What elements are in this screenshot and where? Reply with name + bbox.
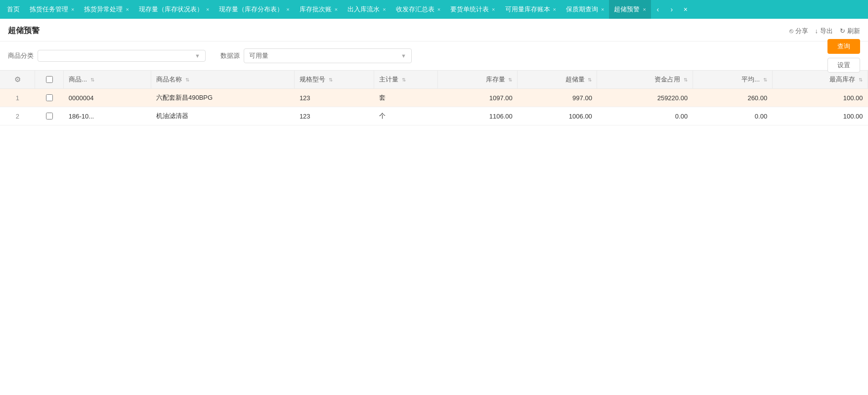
category-select[interactable]: ▼ [38, 50, 206, 62]
close-icon[interactable]: × [286, 6, 289, 12]
row-max: 100.00 [772, 89, 868, 107]
export-icon: ↓ [815, 27, 819, 35]
nav-item-summary[interactable]: 收发存汇总表 × [391, 0, 445, 19]
nav-item-overstock[interactable]: 超储预警 × [609, 0, 651, 19]
nav-item-task[interactable]: 拣货任务管理 × [25, 0, 79, 19]
sort-icon: ⇅ [763, 78, 767, 82]
row-code: 186-10... [64, 107, 151, 125]
page-header: 超储预警 ⎋ 分享 ↓ 导出 ↻ 刷新 [0, 19, 868, 41]
share-button[interactable]: ⎋ 分享 [789, 27, 808, 36]
row-name: 六配套新昌490BPG [151, 89, 295, 107]
refresh-icon: ↻ [840, 27, 845, 35]
close-icon[interactable]: × [206, 6, 209, 12]
th-spec[interactable]: 规格型号 ⇅ [295, 71, 374, 89]
row-avg: 260.00 [693, 89, 772, 107]
row-max: 100.00 [772, 107, 868, 125]
nav-item-home[interactable]: 首页 [2, 0, 25, 19]
page-title: 超储预警 [8, 26, 40, 36]
sort-icon: ⇅ [859, 78, 863, 82]
header-actions: ⎋ 分享 ↓ 导出 ↻ 刷新 [789, 27, 861, 36]
share-icon: ⎋ [789, 27, 793, 35]
row-spec: 123 [295, 107, 374, 125]
close-icon[interactable]: × [643, 6, 646, 12]
table-row: 2 186-10... 机油滤清器 123 个 1106.00 1006.00 … [0, 107, 868, 125]
nav-item-quality[interactable]: 保质期查询 × [561, 0, 609, 19]
close-icon[interactable]: × [71, 6, 74, 12]
top-navigation: 首页 拣货任务管理 × 拣货异常处理 × 现存量（库存状况表） × 现存量（库存… [0, 0, 868, 19]
gear-icon[interactable]: ⚙ [14, 75, 21, 83]
close-icon[interactable]: × [437, 6, 440, 12]
nav-more-button[interactable]: × [679, 0, 693, 19]
close-icon[interactable]: × [335, 6, 338, 12]
th-checkbox[interactable] [35, 71, 64, 89]
row-stock: 1106.00 [438, 107, 518, 125]
table-row: 1 0000004 六配套新昌490BPG 123 套 1097.00 997.… [0, 89, 868, 107]
chevron-down-icon: ▼ [195, 53, 200, 59]
sort-icon: ⇅ [185, 78, 189, 82]
select-all-checkbox[interactable] [46, 76, 53, 83]
nav-item-inout[interactable]: 出入库流水 × [343, 0, 391, 19]
row-checkbox[interactable] [46, 113, 53, 119]
row-checkbox-cell[interactable] [35, 89, 64, 107]
sort-icon: ⇅ [684, 78, 688, 82]
table-wrapper: ⚙ 商品... ⇅ 商品名称 ⇅ 规格型号 ⇅ [0, 70, 868, 125]
row-capital: 259220.00 [597, 89, 693, 107]
close-icon[interactable]: × [492, 6, 495, 12]
close-icon[interactable]: × [383, 6, 386, 12]
category-filter: 商品分类 ▼ [8, 50, 206, 62]
row-over: 997.00 [518, 89, 597, 107]
table-body: 1 0000004 六配套新昌490BPG 123 套 1097.00 997.… [0, 89, 868, 125]
nav-item-exception[interactable]: 拣货异常处理 × [79, 0, 133, 19]
row-capital: 0.00 [597, 107, 693, 125]
data-table: ⚙ 商品... ⇅ 商品名称 ⇅ 规格型号 ⇅ [0, 70, 868, 125]
close-icon[interactable]: × [553, 6, 556, 12]
datasource-select[interactable]: 可用量 ▼ [244, 48, 412, 63]
th-max[interactable]: 最高库存 ⇅ [772, 71, 868, 89]
sort-icon: ⇅ [90, 78, 94, 82]
row-checkbox-cell[interactable] [35, 107, 64, 125]
filter-area: 商品分类 ▼ 数据源 可用量 ▼ 查询 设置 [0, 41, 868, 70]
datasource-label: 数据源 [220, 51, 240, 60]
category-label: 商品分类 [8, 51, 34, 60]
row-name: 机油滤清器 [151, 107, 295, 125]
nav-item-stock-status[interactable]: 现存量（库存状况表） × [134, 0, 214, 19]
row-unit: 个 [374, 107, 438, 125]
th-capital[interactable]: 资金占用 ⇅ [597, 71, 693, 89]
sort-icon: ⇅ [329, 78, 333, 82]
row-avg: 0.00 [693, 107, 772, 125]
th-unit[interactable]: 主计量 ⇅ [374, 71, 438, 89]
nav-next-button[interactable]: › [665, 0, 679, 19]
close-icon[interactable]: × [126, 6, 129, 12]
row-unit: 套 [374, 89, 438, 107]
refresh-button[interactable]: ↻ 刷新 [840, 27, 860, 36]
table-header-row: ⚙ 商品... ⇅ 商品名称 ⇅ 规格型号 ⇅ [0, 71, 868, 89]
th-over[interactable]: 超储量 ⇅ [518, 71, 597, 89]
row-code: 0000004 [64, 89, 151, 107]
query-button[interactable]: 查询 [827, 39, 860, 54]
row-index: 1 [0, 89, 35, 107]
action-buttons: 查询 设置 [827, 39, 860, 73]
row-checkbox[interactable] [46, 94, 53, 101]
sort-icon: ⇅ [508, 78, 512, 82]
datasource-filter: 数据源 可用量 ▼ [220, 48, 412, 63]
th-code[interactable]: 商品... ⇅ [64, 71, 151, 89]
chevron-down-icon: ▼ [401, 53, 406, 59]
close-icon[interactable]: × [601, 6, 604, 12]
row-over: 1006.00 [518, 107, 597, 125]
nav-item-stock-dist[interactable]: 现存量（库存分布表） × [214, 0, 294, 19]
nav-item-available[interactable]: 可用量库存账本 × [500, 0, 561, 19]
nav-item-order-stat[interactable]: 要货单统计表 × [445, 0, 500, 19]
th-avg[interactable]: 平均... ⇅ [693, 71, 772, 89]
sort-icon: ⇅ [588, 78, 592, 82]
th-settings[interactable]: ⚙ [0, 71, 35, 89]
th-name[interactable]: 商品名称 ⇅ [151, 71, 295, 89]
nav-item-batch[interactable]: 库存批次账 × [295, 0, 343, 19]
export-button[interactable]: ↓ 导出 [815, 27, 833, 36]
row-spec: 123 [295, 89, 374, 107]
nav-prev-button[interactable]: ‹ [651, 0, 665, 19]
sort-icon: ⇅ [402, 78, 406, 82]
row-stock: 1097.00 [438, 89, 518, 107]
row-index: 2 [0, 107, 35, 125]
th-stock[interactable]: 库存量 ⇅ [438, 71, 518, 89]
